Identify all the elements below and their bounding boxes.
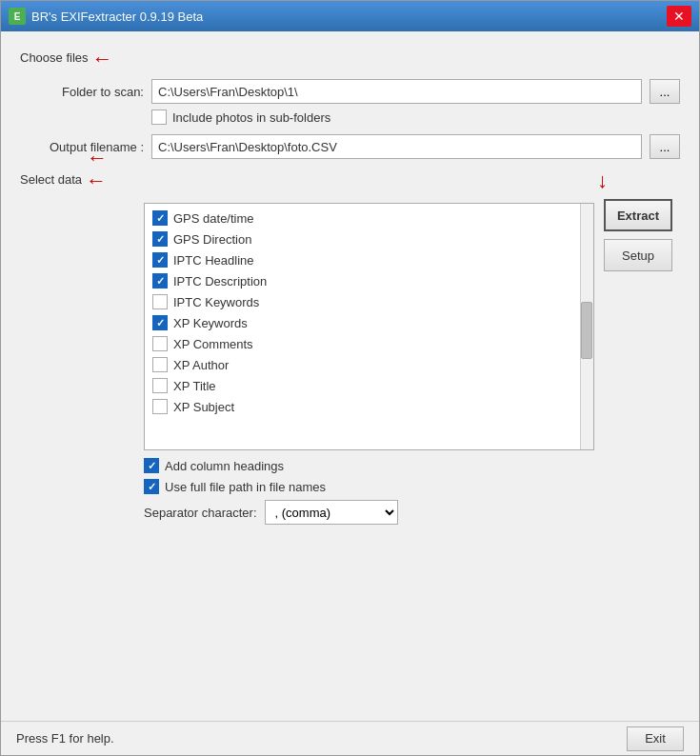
- output-input[interactable]: [151, 134, 642, 159]
- titlebar-left: E BR's EXIFextracter 0.9.19 Beta: [9, 8, 203, 25]
- item-label-iptc-description: IPTC Description: [173, 274, 267, 288]
- close-button[interactable]: ✕: [667, 6, 691, 27]
- exit-button[interactable]: Exit: [627, 726, 684, 751]
- item-label-xp-author: XP Author: [173, 358, 229, 372]
- arrow-output: ←: [87, 146, 108, 170]
- folder-label: Folder to scan:: [20, 85, 144, 99]
- checkbox-gps-direction[interactable]: [152, 231, 168, 247]
- list-item[interactable]: IPTC Headline: [145, 249, 593, 270]
- main-window: E BR's EXIFextracter 0.9.19 Beta ✕ Choos…: [0, 0, 700, 756]
- checkbox-xp-title[interactable]: [152, 378, 168, 393]
- main-content: Choose files ← Folder to scan: ... Inclu…: [1, 31, 699, 721]
- checkbox-xp-subject[interactable]: [152, 399, 168, 414]
- full-file-path-checkbox[interactable]: [144, 479, 159, 494]
- separator-select[interactable]: , (comma) ; (semicolon) \t (tab) | (pipe…: [265, 500, 398, 525]
- include-subfolders-label: Include photos in sub-folders: [172, 110, 330, 125]
- checkbox-iptc-headline[interactable]: [152, 252, 168, 268]
- arrow-select-data: ←: [86, 169, 107, 193]
- list-item[interactable]: IPTC Description: [145, 270, 593, 291]
- full-file-path-row: Use full file path in file names: [144, 479, 594, 494]
- full-file-path-label: Use full file path in file names: [165, 480, 326, 494]
- list-item[interactable]: XP Subject: [145, 396, 593, 417]
- add-column-headings-label: Add column headings: [165, 459, 284, 473]
- separator-row: Separator character: , (comma) ; (semico…: [144, 500, 594, 525]
- separator-label: Separator character:: [144, 506, 257, 520]
- output-label: Output filename :: [20, 140, 144, 154]
- output-section: Output filename : ... ←: [20, 134, 680, 159]
- checkbox-xp-keywords[interactable]: [152, 315, 168, 330]
- checkbox-iptc-keywords[interactable]: [152, 294, 168, 309]
- folder-input[interactable]: [151, 79, 642, 104]
- help-text: Press F1 for help.: [16, 731, 114, 746]
- choose-files-label: Choose files: [20, 50, 89, 65]
- item-label-iptc-keywords: IPTC Keywords: [173, 295, 259, 309]
- checkbox-gps-datetime[interactable]: [152, 210, 168, 226]
- item-label-iptc-headline: IPTC Headline: [173, 253, 254, 268]
- setup-button[interactable]: Setup: [604, 239, 672, 271]
- include-subfolders-checkbox[interactable]: [151, 109, 167, 125]
- checkbox-iptc-description[interactable]: [152, 273, 168, 288]
- list-item[interactable]: XP Keywords ←: [145, 312, 593, 333]
- add-column-headings-checkbox[interactable]: [144, 458, 159, 473]
- arrow-choose-files: ←: [92, 47, 113, 71]
- folder-row: Folder to scan: ...: [20, 79, 680, 104]
- titlebar-title: BR's EXIFextracter 0.9.19 Beta: [31, 10, 203, 24]
- select-data-area: Select data ← GPS date/time GPS Directio…: [20, 169, 680, 706]
- list-item[interactable]: GPS date/time: [145, 208, 593, 229]
- item-label-xp-keywords: XP Keywords: [173, 316, 248, 330]
- statusbar: Press F1 for help. Exit: [1, 721, 699, 755]
- checklist: GPS date/time GPS Direction IPTC Headlin…: [144, 203, 594, 450]
- select-data-label: Select data: [20, 172, 82, 187]
- item-label-gps-direction: GPS Direction: [173, 232, 251, 247]
- list-item[interactable]: XP Title: [145, 375, 593, 396]
- scrollbar[interactable]: [580, 204, 593, 449]
- item-label-xp-subject: XP Subject: [173, 400, 234, 414]
- checkbox-xp-author[interactable]: [152, 357, 168, 372]
- item-label-gps-datetime: GPS date/time: [173, 211, 254, 226]
- scrollbar-thumb[interactable]: [581, 302, 592, 359]
- list-item[interactable]: IPTC Keywords: [145, 291, 593, 312]
- left-panel: Select data ← GPS date/time GPS Directio…: [20, 169, 594, 706]
- list-item[interactable]: GPS Direction: [145, 229, 593, 249]
- add-column-headings-row: Add column headings: [144, 458, 594, 473]
- titlebar: E BR's EXIFextracter 0.9.19 Beta ✕: [1, 1, 699, 31]
- extract-button[interactable]: Extract: [604, 199, 672, 231]
- output-row: Output filename : ...: [20, 134, 680, 159]
- item-label-xp-comments: XP Comments: [173, 337, 253, 351]
- checkbox-xp-comments[interactable]: [152, 336, 168, 351]
- output-browse-button[interactable]: ...: [650, 134, 680, 159]
- folder-browse-button[interactable]: ...: [650, 79, 680, 104]
- list-item[interactable]: XP Comments: [145, 333, 593, 354]
- include-subfolders-row: Include photos in sub-folders: [20, 109, 680, 125]
- choose-files-section: Choose files ← Folder to scan: ... Inclu…: [20, 47, 680, 125]
- options-section: Add column headings Use full file path i…: [144, 458, 594, 525]
- item-label-xp-title: XP Title: [173, 379, 216, 393]
- arrow-extract: ↓: [597, 169, 608, 193]
- app-icon: E: [9, 8, 26, 25]
- list-item[interactable]: XP Author: [145, 354, 593, 375]
- right-panel: ↓ Extract Setup: [604, 169, 680, 706]
